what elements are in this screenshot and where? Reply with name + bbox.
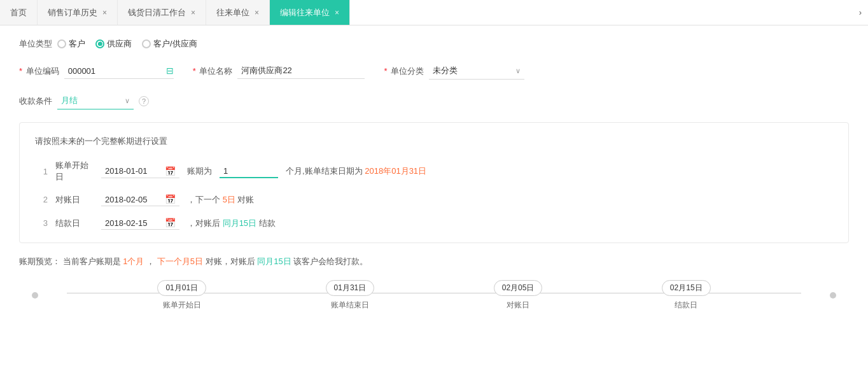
tl-badge-2: 01月31日 (326, 280, 375, 296)
tl-label-2: 账单结束日 (331, 300, 369, 311)
preview-section: 账期预览： 当前客户账期是 1个月 ， 下一个月5日 对账，对账后 同月15日 … (19, 256, 849, 311)
close-sales-order-history[interactable]: × (102, 8, 107, 17)
reconcile-date-input[interactable] (105, 195, 162, 204)
tab-cash-work[interactable]: 钱货日清工作台 × (118, 0, 206, 25)
radio-both[interactable]: 客户/供应商 (142, 38, 197, 50)
payment-terms-select[interactable]: 月结 ∨ (57, 92, 134, 109)
unit-type-radio-group: 客户 供应商 客户/供应商 (57, 38, 197, 50)
preview-text: 账期预览： 当前客户账期是 1个月 ， 下一个月5日 对账，对账后 同月15日 … (19, 256, 849, 267)
preview-highlight-2: 下一个月5日 (157, 257, 203, 266)
close-cash-work[interactable]: × (191, 8, 195, 17)
main-content: 单位类型 客户 供应商 客户/供应商 * 单位编码 (0, 25, 868, 387)
tl-badge-1: 01月01日 (157, 280, 206, 296)
timeline-start-dot (32, 292, 38, 299)
timeline: 01月01日 账单开始日 01月31日 账单结束日 02月05日 对账日 02月… (19, 280, 849, 311)
payment-date-input-group: 📅 (101, 216, 179, 230)
row-num-1: 1 (35, 167, 48, 176)
tab-more-button[interactable]: › (853, 0, 868, 25)
reconcile-suffix: ，下一个 5日 对账 (187, 194, 254, 206)
row-label-2: 对账日 (55, 194, 94, 206)
setting-row-2: 2 对账日 📅 ，下一个 5日 对账 (35, 193, 833, 206)
payment-suffix: ，对账后 同月15日 结款 (187, 218, 276, 229)
unit-classify-value: 未分类 (433, 65, 512, 76)
unit-type-row: 单位类型 客户 供应商 客户/供应商 (19, 38, 849, 50)
calendar-icon-2[interactable]: 📅 (165, 194, 176, 204)
setting-row-3: 3 结款日 📅 ，对账后 同月15日 结款 (35, 216, 833, 230)
copy-icon[interactable]: ⊟ (166, 66, 174, 76)
radio-supplier[interactable]: 供应商 (95, 38, 132, 50)
start-date-input-group: 📅 (101, 165, 179, 178)
unit-code-group: * 单位编码 ⊟ (19, 64, 174, 79)
calendar-icon-3[interactable]: 📅 (165, 218, 176, 228)
tl-label-3: 对账日 (507, 300, 529, 311)
unit-code-input-wrapper: ⊟ (64, 64, 174, 79)
tab-edit-partner[interactable]: 编辑往来单位 × (270, 0, 350, 25)
radio-supplier-circle (95, 39, 104, 48)
timeline-nodes: 01月01日 账单开始日 01月31日 账单结束日 02月05日 对账日 02月… (32, 280, 836, 311)
chevron-right-icon: › (859, 8, 862, 17)
help-icon[interactable]: ? (139, 96, 149, 106)
close-edit-partner[interactable]: × (335, 8, 339, 17)
start-dot (32, 292, 38, 299)
start-date-input[interactable] (105, 166, 162, 176)
tl-badge-4: 02月15日 (662, 280, 711, 296)
payment-terms-value: 月结 (61, 95, 121, 106)
preview-highlight-3: 同月15日 (257, 257, 291, 266)
chevron-down-icon: ∨ (515, 67, 521, 75)
payment-terms-chevron-down-icon: ∨ (125, 97, 130, 105)
period-label: 账期为 (187, 165, 212, 177)
setting-row-1: 1 账单开始日 📅 账期为 个月,账单结束日期为 2018年01月31日 (35, 160, 833, 183)
timeline-node-1: 01月01日 账单开始日 (157, 280, 206, 311)
period-end-date: 2018年01月31日 (365, 166, 426, 176)
timeline-node-4: 02月15日 结款日 (662, 280, 711, 311)
unit-classify-select[interactable]: 未分类 ∨ (429, 62, 524, 80)
period-value-input[interactable] (223, 166, 274, 176)
setting-rows: 1 账单开始日 📅 账期为 个月,账单结束日期为 2018年01月31日 2 (35, 160, 833, 230)
unit-name-input[interactable] (237, 64, 365, 79)
unit-classify-group: * 单位分类 未分类 ∨ (384, 62, 524, 80)
timeline-end-dot (830, 292, 836, 299)
timeline-node-3: 02月05日 对账日 (494, 280, 543, 311)
payment-terms-row: 收款条件 月结 ∨ ? (19, 92, 849, 109)
period-input-group (220, 165, 278, 178)
unit-type-label: 单位类型 (19, 38, 52, 50)
radio-customer[interactable]: 客户 (57, 38, 85, 50)
radio-supplier-label: 供应商 (107, 38, 132, 50)
period-suffix: 个月,账单结束日期为 2018年01月31日 (286, 165, 426, 177)
radio-both-circle (142, 39, 151, 48)
payment-terms-group: 收款条件 月结 ∨ ? (19, 92, 149, 109)
radio-customer-circle (57, 39, 66, 48)
close-partner[interactable]: × (255, 8, 259, 17)
payment-day-highlight: 同月15日 (223, 218, 256, 228)
timeline-node-2: 01月31日 账单结束日 (326, 280, 375, 311)
unit-name-label: * 单位名称 (193, 66, 233, 77)
tab-bar: 首页 销售订单历史 × 钱货日清工作台 × 往来单位 × 编辑往来单位 × › (0, 0, 868, 25)
preview-highlight-1: 1个月 (123, 257, 144, 266)
reconcile-date-input-group: 📅 (101, 193, 179, 206)
payment-terms-label: 收款条件 (19, 95, 52, 107)
setting-card-title: 请按照未来的一个完整帐期进行设置 (35, 136, 833, 147)
calendar-icon-1[interactable]: 📅 (165, 166, 176, 176)
end-dot (830, 292, 836, 299)
row-label-3: 结款日 (55, 218, 94, 229)
tab-partner[interactable]: 往来单位 × (206, 0, 270, 25)
row-num-2: 2 (35, 195, 48, 204)
reconcile-day-highlight: 5日 (223, 195, 235, 204)
setting-card: 请按照未来的一个完整帐期进行设置 1 账单开始日 📅 账期为 个月,账单结束日期… (19, 122, 849, 243)
tl-badge-3: 02月05日 (494, 280, 543, 296)
radio-both-label: 客户/供应商 (153, 38, 197, 50)
row-label-1: 账单开始日 (55, 160, 94, 183)
unit-info-row: * 单位编码 ⊟ * 单位名称 * 单位分类 未分类 ∨ (19, 62, 849, 80)
tab-home[interactable]: 首页 (0, 0, 38, 25)
unit-code-input[interactable] (64, 64, 166, 78)
tab-sales-order-history[interactable]: 销售订单历史 × (38, 0, 118, 25)
unit-name-group: * 单位名称 (193, 64, 365, 79)
unit-code-label: * 单位编码 (19, 66, 59, 77)
row-num-3: 3 (35, 218, 48, 228)
unit-classify-label: * 单位分类 (384, 66, 424, 77)
tl-label-1: 账单开始日 (163, 300, 201, 311)
unit-type-group: 单位类型 客户 供应商 客户/供应商 (19, 38, 197, 50)
payment-date-input[interactable] (105, 218, 162, 228)
tl-label-4: 结款日 (675, 300, 697, 311)
radio-customer-label: 客户 (69, 38, 85, 50)
